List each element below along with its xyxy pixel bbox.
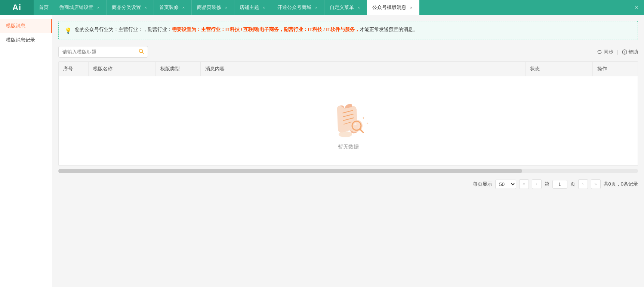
nav-tab-store-theme[interactable]: 店铺主题× (234, 0, 272, 15)
main-layout: 模版消息模版消息记录 💡 您的公众号行业为：主营行业：，副营行业：需要设置为：主… (0, 15, 644, 287)
data-table: 序号模版名称模版类型消息内容状态操作 (58, 61, 638, 166)
scroll-thumb (58, 169, 522, 173)
page-unit: 页 (570, 181, 575, 187)
nav-tab-label: 店铺主题 (240, 4, 259, 11)
nav-tab-template-msg[interactable]: 公众号模版消息× (367, 0, 419, 15)
col-header-status: 状态 (526, 62, 593, 76)
notice-box: 💡 您的公众号行业为：主营行业：，副营行业：需要设置为：主营行业：IT科技 / … (58, 21, 638, 40)
top-nav: Ai 首页微商城店铺设置×商品分类设置×首页装修×商品页装修×店铺主题×开通公众… (0, 0, 644, 15)
empty-text: 暂无数据 (338, 144, 359, 150)
col-header-content: 消息内容 (201, 62, 526, 76)
search-button[interactable] (135, 46, 148, 57)
notice-highlight: 需要设置为：主营行业：IT科技 / 互联网|电子商务，副营行业：IT科技 / I… (172, 27, 360, 32)
last-page-button[interactable]: » (591, 179, 601, 189)
next-page-button[interactable]: › (578, 179, 588, 189)
brand-logo: Ai (0, 0, 34, 15)
first-page-button[interactable]: « (519, 179, 529, 189)
table-header: 序号模版名称模版类型消息内容状态操作 (59, 62, 638, 76)
empty-state: ✦ ✦ 暂无数据 (59, 76, 638, 165)
nav-tab-open-mall[interactable]: 开通公众号商城× (272, 0, 324, 15)
col-header-action: 操作 (593, 62, 638, 76)
nav-tabs: 首页微商城店铺设置×商品分类设置×首页装修×商品页装修×店铺主题×开通公众号商城… (34, 0, 629, 15)
col-header-type: 模版类型 (156, 62, 201, 76)
page-size-label: 每页显示 (473, 181, 492, 187)
nav-tab-product-decoration[interactable]: 商品页装修× (192, 0, 234, 15)
nav-tab-label: 首页 (39, 4, 49, 11)
divider: | (617, 49, 618, 55)
page-size-select[interactable]: 102050100 (495, 180, 516, 189)
toolbar-right: 同步 | ? 帮助 (597, 49, 638, 55)
nav-tab-label: 商品分类设置 (112, 4, 141, 11)
empty-illustration: ✦ ✦ (326, 99, 371, 144)
sidebar-item-template-msg[interactable]: 模版消息 (0, 19, 52, 33)
svg-text:?: ? (624, 51, 625, 54)
pagination: 每页显示 102050100 « ‹ 第 页 › » 共0页，0条记录 (58, 175, 638, 190)
sidebar-item-template-msg-record[interactable]: 模版消息记录 (0, 33, 52, 47)
notice-icon: 💡 (65, 26, 72, 35)
nav-tab-label: 自定义菜单 (330, 4, 354, 11)
nav-tab-home-decoration[interactable]: 首页装修× (154, 0, 192, 15)
svg-line-1 (142, 52, 144, 54)
nav-tab-close-button[interactable]: × (143, 5, 148, 10)
search-input[interactable] (59, 47, 135, 57)
toolbar: 同步 | ? 帮助 (58, 46, 638, 58)
global-close-button[interactable]: × (629, 0, 644, 15)
page-label: 第 (545, 181, 549, 187)
nav-tab-close-button[interactable]: × (356, 5, 361, 10)
total-info: 共0页，0条记录 (604, 181, 638, 187)
nav-tab-close-button[interactable]: × (261, 5, 266, 10)
search-box (58, 46, 148, 58)
sync-button[interactable]: 同步 (597, 49, 613, 55)
col-header-name: 模版名称 (89, 62, 156, 76)
nav-tab-custom-menu[interactable]: 自定义菜单× (324, 0, 367, 15)
help-button[interactable]: ? 帮助 (622, 49, 638, 55)
nav-tab-label: 首页装修 (159, 4, 179, 11)
horizontal-scrollbar[interactable] (58, 169, 638, 173)
nav-tab-label: 商品页装修 (197, 4, 221, 11)
nav-tab-category-settings[interactable]: 商品分类设置× (107, 0, 154, 15)
svg-point-12 (354, 123, 357, 125)
nav-tab-close-button[interactable]: × (314, 5, 319, 10)
nav-tab-label: 公众号模版消息 (372, 4, 406, 11)
notice-text: 您的公众号行业为：主营行业：，副营行业：需要设置为：主营行业：IT科技 / 互联… (75, 26, 418, 34)
nav-tab-shop-settings[interactable]: 微商城店铺设置× (54, 0, 107, 15)
svg-line-11 (360, 129, 363, 132)
nav-tab-label: 微商城店铺设置 (59, 4, 93, 11)
sidebar: 模版消息模版消息记录 (0, 15, 52, 287)
nav-tab-label: 开通公众号商城 (277, 4, 311, 11)
page-number-input[interactable] (552, 180, 567, 189)
col-header-index: 序号 (59, 62, 89, 76)
svg-text:✦: ✦ (362, 116, 365, 120)
nav-tab-close-button[interactable]: × (181, 5, 186, 10)
nav-tab-close-button[interactable]: × (409, 5, 414, 10)
nav-tab-close-button[interactable]: × (96, 5, 101, 10)
nav-tab-home[interactable]: 首页 (34, 0, 54, 15)
nav-tab-close-button[interactable]: × (224, 5, 229, 10)
svg-text:✦: ✦ (366, 122, 369, 125)
main-content: 💡 您的公众号行业为：主营行业：，副营行业：需要设置为：主营行业：IT科技 / … (52, 15, 644, 287)
prev-page-button[interactable]: ‹ (532, 179, 542, 189)
